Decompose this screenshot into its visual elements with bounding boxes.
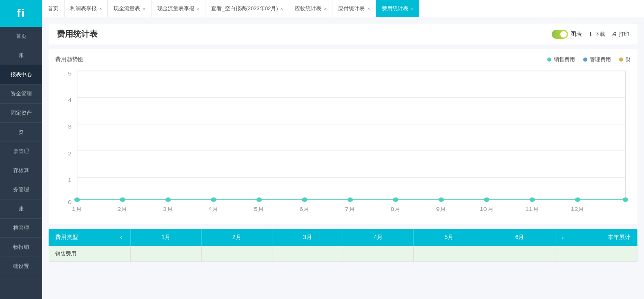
td-expense-type: 销售费用: [49, 246, 131, 261]
svg-text:4月: 4月: [208, 206, 218, 212]
tab-expense[interactable]: 费用统计表 ×: [376, 0, 419, 17]
data-point: [120, 197, 125, 202]
download-label: 下载: [595, 31, 605, 38]
chart-toggle[interactable]: [552, 30, 568, 39]
svg-text:12月: 12月: [571, 206, 585, 212]
tab-payable-label: 应付统计表: [338, 5, 365, 12]
tab-blank-report[interactable]: 查看_空白报表(2023年02月) ×: [205, 0, 289, 17]
legend-sales: 销售费用: [547, 56, 575, 63]
sidebar-item-expense[interactable]: 畅报销: [0, 238, 42, 257]
tab-expense-label: 费用统计表: [382, 5, 408, 12]
tab-profit-quarterly[interactable]: 利润表季报 ×: [65, 0, 108, 17]
th-month-1: 1月: [131, 229, 201, 246]
data-point: [256, 197, 262, 202]
data-point: [348, 197, 353, 202]
data-point: [530, 197, 535, 202]
tab-receivable-label: 应收统计表: [295, 5, 321, 12]
td-month-3: [272, 246, 343, 261]
svg-text:9月: 9月: [436, 206, 446, 212]
chart-container: 5 4 3 2 1 0: [55, 66, 631, 217]
legend-admin: 管理费用: [583, 56, 611, 63]
th-month-2: 2月: [202, 229, 272, 246]
sidebar-item-account[interactable]: 账: [0, 46, 42, 65]
th-month-5-label: 5月: [444, 234, 453, 241]
legend-finance: 财: [619, 56, 631, 63]
th-ytd-label: 本年累计: [608, 234, 631, 241]
th-expense-type-label: 费用类型: [55, 234, 78, 241]
td-ytd: [555, 246, 637, 261]
tab-cashflow-quarterly-label: 现金流量表季报: [157, 5, 194, 12]
content-area: 费用统计表 图表 ⬇ 下载 🖨 打印 费用趋势图: [42, 17, 644, 299]
sidebar-item-fund[interactable]: 资金管理: [0, 84, 42, 104]
main-area: 首页 利润表季报 × 现金流量表 × 现金流量表季报 × 查看_空白报表(202…: [42, 0, 644, 299]
data-point: [74, 197, 80, 202]
svg-rect-12: [77, 71, 626, 200]
svg-text:2: 2: [68, 151, 71, 156]
svg-text:11月: 11月: [525, 206, 539, 212]
sidebar: fi 首页 账 报表中心 资金管理 固定资产 资 票管理 存核算 务管理 账 档…: [0, 0, 42, 299]
chart-toggle-wrap: 图表: [552, 30, 582, 39]
sidebar-item-inventory[interactable]: 存核算: [0, 161, 42, 180]
data-point: [575, 197, 580, 202]
sidebar-item-settings[interactable]: 础设置: [0, 257, 42, 276]
sidebar-item-archive[interactable]: 档管理: [0, 219, 42, 238]
sidebar-item-ticket[interactable]: 票管理: [0, 142, 42, 161]
close-icon[interactable]: ×: [324, 6, 326, 11]
toggle-label: 图表: [570, 31, 582, 38]
th-month-6-label: 6月: [515, 234, 524, 241]
svg-text:1月: 1月: [72, 206, 82, 212]
legend-sales-dot: [547, 58, 551, 62]
download-button[interactable]: ⬇ 下载: [588, 31, 605, 38]
print-button[interactable]: 🖨 打印: [612, 31, 629, 38]
th-month-1-label: 1月: [162, 234, 171, 241]
th-month-3: 3月: [272, 229, 343, 246]
legend-admin-dot: [583, 58, 587, 62]
tab-cashflow-label: 现金流量表: [114, 5, 140, 12]
page-header: 费用统计表 图表 ⬇ 下载 🖨 打印: [49, 24, 637, 44]
svg-text:7月: 7月: [345, 206, 355, 212]
svg-text:4: 4: [68, 97, 71, 103]
tab-receivable[interactable]: 应收统计表 ×: [289, 0, 332, 17]
legend-admin-label: 管理费用: [590, 56, 611, 63]
sidebar-item-report-center[interactable]: 报表中心: [0, 65, 42, 84]
svg-text:3: 3: [68, 124, 71, 130]
close-icon[interactable]: ×: [281, 6, 283, 11]
th-month-4-label: 4月: [374, 234, 383, 241]
chart-card: 费用趋势图 销售费用 管理费用 财: [49, 49, 637, 224]
data-point: [439, 197, 444, 202]
table-row: 销售费用: [49, 246, 637, 262]
svg-text:0: 0: [68, 199, 71, 205]
close-icon[interactable]: ×: [143, 6, 145, 11]
chart-svg: 5 4 3 2 1 0: [55, 66, 631, 217]
next-arrow-icon[interactable]: ›: [562, 234, 564, 241]
header-actions: 图表 ⬇ 下载 🖨 打印: [552, 30, 629, 39]
th-month-5: 5月: [414, 229, 484, 246]
chart-title: 费用趋势图: [55, 56, 84, 63]
tab-cashflow-quarterly[interactable]: 现金流量表季报 ×: [152, 0, 205, 17]
close-icon[interactable]: ×: [197, 6, 199, 11]
tab-payable[interactable]: 应付统计表 ×: [332, 0, 376, 17]
th-expense-type: 费用类型 ‹: [49, 229, 131, 246]
data-point: [623, 197, 628, 202]
tab-cashflow[interactable]: 现金流量表 ×: [108, 0, 151, 17]
sidebar-item-fixed-assets[interactable]: 固定资产: [0, 104, 42, 123]
data-point: [393, 197, 398, 202]
th-ytd: › 本年累计: [555, 229, 637, 246]
th-month-4: 4月: [343, 229, 414, 246]
td-month-6: [484, 246, 555, 261]
sidebar-item-service[interactable]: 务管理: [0, 180, 42, 199]
prev-arrow-icon[interactable]: ‹: [118, 234, 124, 241]
sidebar-item-home[interactable]: 首页: [0, 27, 42, 46]
close-icon[interactable]: ×: [367, 6, 370, 11]
close-icon[interactable]: ×: [99, 6, 102, 11]
data-point: [165, 197, 171, 202]
tab-home[interactable]: 首页: [42, 0, 65, 17]
data-point: [211, 197, 216, 202]
tab-bar: 首页 利润表季报 × 现金流量表 × 现金流量表季报 × 查看_空白报表(202…: [42, 0, 644, 17]
td-month-1: [131, 246, 201, 261]
sidebar-item-capital[interactable]: 资: [0, 123, 42, 142]
sidebar-item-ledger[interactable]: 账: [0, 199, 42, 219]
download-icon: ⬇: [588, 31, 593, 37]
svg-text:8月: 8月: [390, 206, 401, 212]
close-icon[interactable]: ×: [411, 6, 413, 11]
